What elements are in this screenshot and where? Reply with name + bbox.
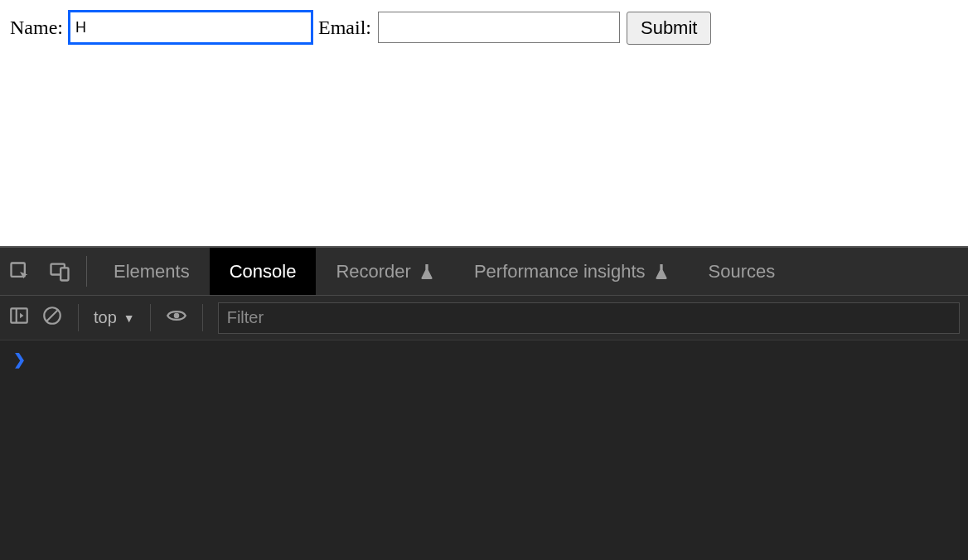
svg-line-6 [47,310,58,321]
console-filter-input[interactable] [218,302,960,334]
email-label: Email: [318,17,371,39]
console-prompt-icon: ❯ [13,352,26,367]
flask-icon [419,263,434,280]
email-field: Email: [318,12,620,43]
console-toolbar: top ▼ [0,296,968,340]
dropdown-triangle-icon: ▼ [123,311,135,325]
tab-label: Recorder [336,261,410,282]
tab-label: Elements [114,261,190,282]
devtools-panel: Elements Console Recorder Performance in… [0,246,968,560]
devtools-tab-strip: Elements Console Recorder Performance in… [0,248,968,296]
email-input[interactable] [378,12,620,43]
name-field: Name: [10,12,312,43]
inspect-icon [8,260,31,283]
divider [86,256,87,287]
toggle-console-sidebar-button[interactable] [8,305,30,331]
tab-label: Console [230,261,297,282]
device-icon [48,260,71,283]
name-input[interactable] [70,12,312,43]
divider [78,304,79,331]
tab-elements[interactable]: Elements [94,248,210,295]
device-toolbar-button[interactable] [40,248,80,295]
clear-console-button[interactable] [41,305,63,331]
live-expression-button[interactable] [166,305,187,331]
inspect-element-button[interactable] [0,248,40,295]
flask-icon [654,263,669,280]
svg-point-7 [173,312,179,318]
tab-label: Performance insights [474,261,646,282]
tab-sources[interactable]: Sources [689,248,796,295]
clear-icon [41,305,63,326]
context-label: top [94,308,117,327]
tab-console[interactable]: Console [210,248,317,295]
name-label: Name: [10,17,63,39]
eye-icon [166,305,187,326]
execution-context-selector[interactable]: top ▼ [94,308,135,327]
submit-button[interactable]: Submit [627,12,711,45]
svg-rect-2 [60,268,68,280]
svg-rect-3 [11,308,27,322]
tab-label: Sources [709,261,776,282]
tab-performance-insights[interactable]: Performance insights [454,248,689,295]
tab-recorder[interactable]: Recorder [316,248,453,295]
console-output[interactable]: ❯ [0,340,968,560]
divider [202,304,203,331]
divider [150,304,151,331]
page-content: Name: Email: Submit [0,0,968,246]
sidebar-toggle-icon [8,305,30,326]
